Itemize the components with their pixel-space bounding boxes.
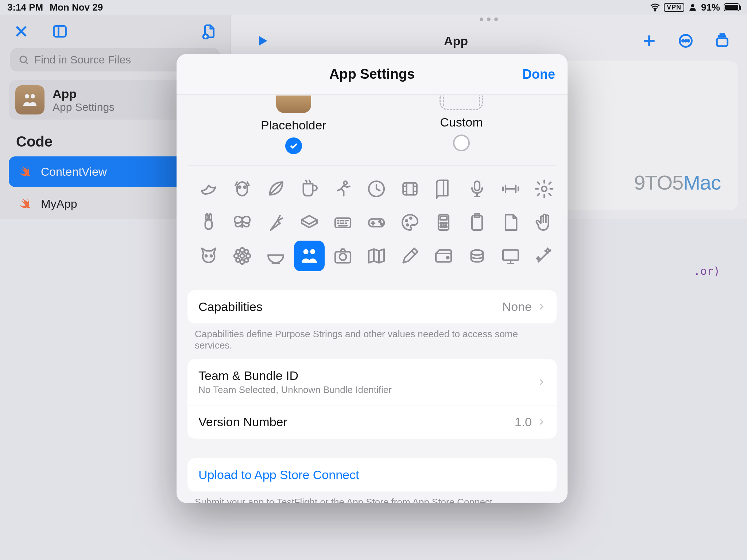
close-button[interactable]	[11, 21, 31, 42]
person-icon	[688, 3, 697, 12]
glyph-calculator-icon[interactable]	[428, 207, 459, 238]
glyph-mug-icon[interactable]	[294, 174, 325, 204]
capabilities-row[interactable]: Capabilities None	[187, 290, 557, 323]
file-label: MyApp	[41, 197, 77, 211]
svg-point-31	[440, 226, 442, 228]
glyph-pencil-icon[interactable]	[395, 241, 425, 271]
svg-point-36	[205, 255, 207, 257]
svg-point-24	[407, 224, 409, 226]
battery-percent: 91%	[701, 2, 720, 13]
glyph-runner-icon[interactable]	[328, 174, 358, 204]
svg-point-14	[344, 181, 347, 184]
svg-point-25	[410, 217, 412, 219]
glyph-clipboard-icon[interactable]	[462, 207, 492, 238]
svg-point-39	[240, 248, 244, 252]
glyph-carrot-icon[interactable]	[260, 207, 291, 238]
upload-note: Submit your app to TestFlight or the App…	[182, 491, 562, 503]
chevron-right-icon	[537, 415, 546, 429]
svg-point-44	[245, 250, 248, 253]
glyph-rabbit-icon[interactable]	[193, 207, 224, 238]
svg-rect-54	[503, 250, 518, 260]
capabilities-value: None	[502, 300, 532, 314]
svg-point-28	[440, 222, 442, 224]
version-label: Version Number	[198, 415, 287, 429]
glyph-bird-icon[interactable]	[193, 174, 224, 204]
glyph-note-icon[interactable]	[495, 207, 526, 238]
status-date: Mon Nov 29	[50, 2, 103, 13]
glyph-camera-icon[interactable]	[328, 241, 358, 271]
chevron-right-icon	[537, 300, 546, 314]
glyph-palette-icon[interactable]	[395, 207, 425, 238]
run-button[interactable]	[252, 31, 273, 51]
project-title: App	[53, 87, 115, 101]
status-time: 3:14 PM	[7, 2, 43, 13]
svg-point-23	[406, 220, 407, 222]
glyph-dog-icon[interactable]	[227, 174, 258, 204]
glyph-microphone-icon[interactable]	[462, 174, 492, 204]
capabilities-card: Capabilities None	[187, 290, 557, 323]
glyph-cat-icon[interactable]	[193, 241, 224, 271]
team-sub: No Team Selected, Unknown Bundle Identif…	[198, 384, 392, 396]
done-button[interactable]: Done	[522, 54, 555, 94]
glyph-clock-icon[interactable]	[361, 174, 392, 204]
icon-choice-placeholder[interactable]: Placeholder	[261, 96, 326, 154]
panels-toggle-button[interactable]	[50, 21, 70, 42]
upload-row[interactable]: Upload to App Store Connect	[187, 458, 557, 491]
glyph-flower-icon[interactable]	[227, 241, 258, 271]
glyph-butterfly-icon[interactable]	[227, 207, 258, 238]
add-button[interactable]	[639, 31, 659, 51]
svg-point-8	[682, 40, 684, 42]
new-file-button[interactable]	[199, 21, 219, 42]
svg-point-41	[234, 254, 239, 258]
document-title: App	[444, 34, 468, 48]
svg-point-22	[381, 223, 383, 225]
glyph-sandwich-icon[interactable]	[294, 207, 325, 238]
glyph-film-icon[interactable]	[395, 174, 425, 204]
glyph-people-icon[interactable]	[294, 241, 325, 271]
placeholder-thumb	[276, 96, 311, 113]
glyph-wallet-icon[interactable]	[428, 241, 459, 271]
radio-unchecked-icon[interactable]	[453, 135, 470, 151]
project-subtitle: App Settings	[53, 101, 115, 113]
svg-point-45	[236, 258, 240, 262]
upload-card: Upload to App Store Connect	[187, 458, 557, 491]
glyph-coin-icon[interactable]	[462, 241, 492, 271]
icon-choice-custom[interactable]: Custom	[440, 96, 483, 154]
svg-point-18	[542, 186, 547, 191]
svg-rect-11	[717, 38, 727, 46]
svg-point-32	[443, 226, 445, 228]
svg-point-29	[443, 222, 445, 224]
glyph-gamepad-icon[interactable]	[361, 207, 392, 238]
swift-icon	[18, 164, 33, 179]
glyph-leaf-icon[interactable]	[260, 174, 291, 204]
more-button[interactable]	[676, 31, 696, 51]
file-label: ContentView	[41, 165, 107, 179]
radio-checked-icon[interactable]	[285, 137, 302, 154]
glyph-dumbbell-icon[interactable]	[495, 174, 526, 204]
svg-point-0	[654, 9, 656, 11]
version-row[interactable]: Version Number 1.0	[187, 405, 557, 439]
svg-point-50	[340, 253, 347, 260]
svg-point-10	[688, 40, 689, 42]
glyph-book-icon[interactable]	[428, 174, 459, 204]
glyph-map-icon[interactable]	[361, 241, 392, 271]
glyph-gear-icon[interactable]	[529, 174, 560, 204]
glyph-hand-icon[interactable]	[529, 207, 560, 238]
signing-card: Team & Bundle ID No Team Selected, Unkno…	[187, 359, 557, 439]
glyph-bowl-icon[interactable]	[260, 241, 291, 271]
vpn-badge: VPN	[664, 3, 684, 12]
svg-point-52	[447, 257, 449, 259]
glyph-keyboard-icon[interactable]	[328, 207, 358, 238]
svg-point-30	[445, 222, 447, 224]
app-settings-sheet: App Settings Done Placeholder Custom Cap…	[177, 54, 568, 503]
glyph-wand-icon[interactable]	[529, 241, 560, 271]
search-placeholder: Find in Source Files	[34, 54, 131, 66]
glyph-monitor-icon[interactable]	[495, 241, 526, 271]
svg-point-53	[471, 250, 483, 255]
sheet-title: App Settings	[329, 66, 415, 82]
svg-rect-16	[403, 183, 417, 195]
multitask-handle[interactable]	[231, 15, 747, 24]
svg-point-5	[25, 94, 29, 98]
team-bundle-row[interactable]: Team & Bundle ID No Team Selected, Unkno…	[187, 359, 557, 405]
library-button[interactable]	[712, 31, 732, 51]
